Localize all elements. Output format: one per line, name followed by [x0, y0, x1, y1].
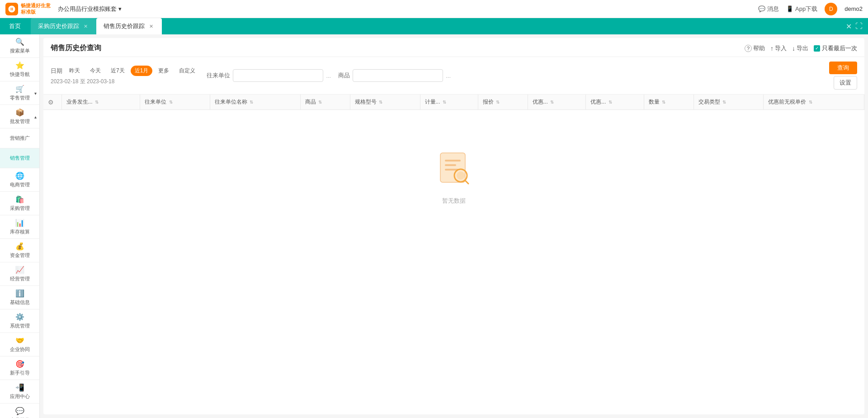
- sidebar-item-enterprise-coop[interactable]: 🤝 企业协同: [0, 333, 39, 356]
- gear-button[interactable]: ⚙: [48, 99, 54, 106]
- system-icon: ⚙️: [15, 313, 24, 321]
- svg-line-6: [465, 180, 468, 184]
- sidebar-item-quick-nav[interactable]: ⭐ 快捷导航: [0, 58, 39, 81]
- empty-icon: [431, 146, 476, 191]
- data-table: ⚙ 业务发生... ⇅ 往来单位 ⇅ 往来单位名称: [43, 95, 864, 241]
- settings-button[interactable]: 设置: [834, 76, 857, 90]
- tab-bar-actions: ✕ ⛶: [846, 22, 868, 31]
- wechat-icon: 💬: [15, 407, 24, 415]
- only-last-area[interactable]: ✓ 只看最后一次: [814, 44, 857, 52]
- inventory-icon: 📊: [15, 218, 24, 227]
- sidebar-item-marketing[interactable]: 营销推广: [0, 128, 39, 148]
- wholesale-icon: 📦: [15, 108, 24, 117]
- sidebar-item-inventory[interactable]: 📊 库存核算: [0, 215, 39, 239]
- page-header: 销售历史价查询 ? 帮助 ↑ 导入 ↓ 导出: [43, 38, 864, 57]
- help-action[interactable]: ? 帮助: [745, 44, 765, 52]
- sidebar-item-basic-info[interactable]: ℹ️ 基础信息: [0, 286, 39, 309]
- message-icon: 💬: [758, 5, 765, 12]
- table-wrapper: ⚙ 业务发生... ⇅ 往来单位 ⇅ 往来单位名称: [43, 95, 864, 414]
- star-icon: ⭐: [15, 61, 24, 70]
- th-biz-date[interactable]: 业务发生... ⇅: [61, 95, 140, 110]
- goods-input[interactable]: [353, 69, 443, 82]
- sidebar-item-business[interactable]: 📈 经营管理: [0, 262, 39, 286]
- date-label: 日期: [51, 67, 62, 75]
- counter-party-dots: ...: [326, 72, 331, 79]
- top-bar: 畅捷通好生意 标准版 办公用品行业模拟账套 ▾ 💬 消息 📱 App下载 D d…: [0, 0, 868, 18]
- counter-party-input[interactable]: [233, 69, 323, 82]
- avatar[interactable]: D: [825, 3, 837, 15]
- import-icon: ↑: [770, 45, 774, 52]
- date-range: 2023-02-18 至 2023-03-18: [51, 78, 199, 86]
- check-icon: ✓: [815, 46, 819, 51]
- tab-close-purchase[interactable]: ✕: [82, 23, 89, 30]
- tab-sales-history[interactable]: 销售历史价跟踪 ✕: [96, 18, 162, 34]
- date-btn-today[interactable]: 今天: [86, 66, 105, 76]
- svg-rect-1: [445, 160, 461, 162]
- expand-window-icon[interactable]: ⛶: [855, 22, 863, 30]
- export-action[interactable]: ↓ 导出: [792, 44, 808, 52]
- date-btn-more[interactable]: 更多: [154, 66, 173, 76]
- sort-icon: ⇅: [318, 100, 322, 104]
- query-button[interactable]: 查询: [829, 62, 857, 74]
- tab-purchase-history[interactable]: 采购历史价跟踪 ✕: [31, 18, 96, 34]
- th-settings[interactable]: ⚙: [43, 95, 61, 110]
- th-discount1[interactable]: 优惠... ⇅: [528, 95, 586, 110]
- sort-icon: ⇅: [550, 100, 554, 104]
- page-title: 销售历史价查询: [51, 43, 101, 53]
- export-icon: ↓: [792, 45, 795, 52]
- sidebar-item-wholesale-mgmt[interactable]: 📦 批发管理 ▴: [0, 105, 39, 128]
- date-btn-last1m[interactable]: 近1月: [131, 66, 153, 76]
- date-btn-yesterday[interactable]: 昨天: [65, 66, 84, 76]
- tab-bar: 首页 采购历史价跟踪 ✕ 销售历史价跟踪 ✕ ✕ ⛶: [0, 18, 868, 34]
- th-counter-party[interactable]: 往来单位 ⇅: [140, 95, 210, 110]
- company-selector[interactable]: 办公用品行业模拟账套 ▾: [54, 3, 125, 15]
- app-download-action[interactable]: 📱 App下载: [786, 5, 817, 13]
- svg-point-5: [457, 171, 465, 180]
- sidebar-item-sales-mgmt[interactable]: 销售管理: [0, 148, 39, 168]
- sidebar-item-system[interactable]: ⚙️ 系统管理: [0, 309, 39, 333]
- info-icon: ℹ️: [15, 289, 24, 298]
- th-discount2[interactable]: 优惠... ⇅: [586, 95, 644, 110]
- coop-icon: 🤝: [15, 336, 24, 345]
- sidebar-item-app-center[interactable]: 📲 应用中心: [0, 380, 39, 404]
- sidebar-item-ecommerce[interactable]: 🌐 电商管理: [0, 168, 39, 192]
- date-filter-group: 日期 昨天 今天 近7天 近1月 更多 自定义: [51, 66, 199, 76]
- sidebar: 🔍 搜索菜单 ⭐ 快捷导航 🛒 零售管理 ▾ 📦 批发管理 ▴ 营销推广 销售管…: [0, 34, 40, 418]
- sidebar-item-enterprise-wechat[interactable]: 💬 企业微信: [0, 404, 39, 418]
- th-price[interactable]: 报价 ⇅: [478, 95, 528, 110]
- th-trade-type[interactable]: 交易类型 ⇅: [693, 95, 764, 110]
- ecommerce-icon: 🌐: [15, 171, 24, 180]
- top-bar-right: 💬 消息 📱 App下载 D demo2: [758, 3, 863, 15]
- th-unit[interactable]: 计量... ⇅: [420, 95, 478, 110]
- help-icon: ?: [745, 45, 752, 52]
- th-spec[interactable]: 规格型号 ⇅: [350, 95, 420, 110]
- sort-icon: ⇅: [169, 100, 173, 104]
- close-window-icon[interactable]: ✕: [846, 22, 852, 31]
- chevron-up-icon: ▴: [34, 114, 37, 119]
- sort-icon: ⇅: [95, 100, 99, 104]
- sort-icon: ⇅: [609, 100, 612, 104]
- guide-icon: 🎯: [15, 360, 24, 368]
- sidebar-item-beginner[interactable]: 🎯 新手引导: [0, 356, 39, 380]
- sidebar-item-retail-mgmt[interactable]: 🛒 零售管理 ▾: [0, 81, 39, 105]
- date-btn-custom[interactable]: 自定义: [175, 66, 199, 76]
- sidebar-item-finance[interactable]: 💰 资金管理: [0, 239, 39, 262]
- message-action[interactable]: 💬 消息: [758, 5, 779, 13]
- empty-text: 暂无数据: [442, 197, 466, 205]
- sidebar-item-purchase[interactable]: 🛍️ 采购管理: [0, 192, 39, 215]
- th-qty[interactable]: 数量 ⇅: [644, 95, 693, 110]
- th-goods[interactable]: 商品 ⇅: [300, 95, 350, 110]
- date-btn-last7[interactable]: 近7天: [107, 66, 129, 76]
- content-area: 销售历史价查询 ? 帮助 ↑ 导入 ↓ 导出: [40, 34, 868, 418]
- th-counter-party-name[interactable]: 往来单位名称 ⇅: [210, 95, 301, 110]
- retail-icon: 🛒: [15, 85, 24, 93]
- tab-home[interactable]: 首页: [0, 18, 30, 34]
- filter-right: 查询 设置: [829, 62, 857, 90]
- tab-close-sales[interactable]: ✕: [147, 23, 155, 30]
- only-last-checkbox[interactable]: ✓: [814, 45, 820, 52]
- sidebar-item-search[interactable]: 🔍 搜索菜单: [0, 34, 39, 58]
- th-pretax-price[interactable]: 优惠前无税单价 ⇅: [764, 95, 864, 110]
- business-icon: 📈: [15, 266, 24, 274]
- import-action[interactable]: ↑ 导入: [770, 44, 787, 52]
- counter-party-filter: 往来单位 ...: [207, 69, 331, 82]
